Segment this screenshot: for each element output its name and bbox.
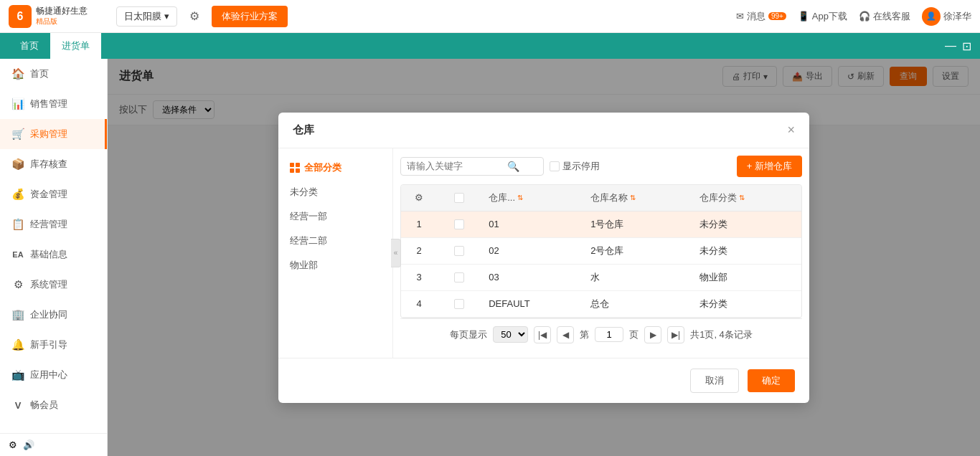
- category-all[interactable]: 全部分类: [278, 156, 392, 180]
- maximize-button[interactable]: ⊡: [962, 39, 971, 53]
- system-icon: ⚙: [11, 278, 24, 291]
- home-icon: 🏠: [11, 67, 24, 80]
- tab-purchase[interactable]: 进货单: [50, 33, 101, 59]
- modal-header: 仓库 ×: [278, 113, 809, 148]
- show-disabled-label[interactable]: 显示停用: [550, 160, 600, 173]
- col-checkbox[interactable]: [437, 185, 481, 212]
- sidebar-item-purchase[interactable]: 🛒 采购管理: [0, 119, 107, 149]
- sidebar-item-home[interactable]: 🏠 首页: [0, 59, 107, 89]
- row-num: 2: [401, 237, 437, 264]
- row-code: 03: [481, 264, 583, 290]
- sidebar-item-system[interactable]: ⚙ 系统管理: [0, 270, 107, 300]
- row-code: 02: [481, 237, 583, 264]
- logo-icon: 6: [9, 5, 32, 28]
- row-num: 1: [401, 211, 437, 237]
- grid-icon: [290, 163, 300, 173]
- table-row[interactable]: 2 02 2号仓库 未分类: [401, 237, 801, 264]
- sidebar-item-inventory[interactable]: 📦 库存核查: [0, 149, 107, 179]
- page-number-input[interactable]: [595, 327, 623, 342]
- service-btn[interactable]: 🎧 在线客服: [859, 10, 910, 23]
- next-page-button[interactable]: ▶: [644, 326, 661, 343]
- warehouse-table: ⚙ 仓库... ⇅: [400, 184, 802, 318]
- sidebar-item-member[interactable]: V 畅会员: [0, 390, 107, 420]
- row-category: 物业部: [692, 264, 801, 290]
- sort-code-icon[interactable]: ⇅: [517, 194, 523, 201]
- sidebar-item-sales[interactable]: 📊 销售管理: [0, 89, 107, 119]
- row-checkbox[interactable]: [437, 290, 481, 317]
- header-mid: ⚙ 体验行业方案: [183, 5, 288, 28]
- message-btn[interactable]: ✉ 消息 99+: [736, 10, 786, 23]
- row-name: 1号仓库: [583, 211, 692, 237]
- modal-close-button[interactable]: ×: [787, 123, 795, 138]
- trial-button[interactable]: 体验行业方案: [212, 6, 288, 27]
- pagination: 每页显示 50 |◀ ◀ 第 页 ▶ ▶| 共1页, 4条记录: [400, 318, 802, 351]
- row-num: 3: [401, 264, 437, 290]
- page-size-select[interactable]: 50: [493, 326, 528, 343]
- sidebar-item-enterprise[interactable]: 🏢 企业协同: [0, 300, 107, 330]
- total-info: 共1页, 4条记录: [690, 328, 753, 341]
- category-dept1[interactable]: 经营一部: [278, 204, 392, 229]
- minimize-button[interactable]: —: [945, 39, 956, 52]
- sort-name-icon[interactable]: ⇅: [630, 194, 636, 201]
- sidebar: 🏠 首页 📊 销售管理 🛒 采购管理 📦 库存核查 💰 资金管理 📋 经营管理 …: [0, 59, 108, 456]
- row-code: DEFAULT: [481, 290, 583, 317]
- row-category: 未分类: [692, 290, 801, 317]
- row-checkbox[interactable]: [437, 237, 481, 264]
- row-name: 总仓: [583, 290, 692, 317]
- search-box: 🔍: [400, 157, 544, 176]
- purchase-icon: 🛒: [11, 128, 24, 141]
- top-header: 6 畅捷通好生意 精品版 日太阳膜 ▾ ⚙ 体验行业方案 ✉ 消息 99+ 📱 …: [0, 0, 980, 33]
- inventory-icon: 📦: [11, 158, 24, 171]
- col-gear[interactable]: ⚙: [401, 185, 437, 212]
- sidebar-bottom: ⚙ 🔊: [0, 433, 107, 456]
- mobile-icon: 📱: [798, 11, 809, 22]
- sidebar-item-app-center[interactable]: 📺 应用中心: [0, 360, 107, 390]
- search-input[interactable]: [407, 161, 507, 171]
- sidebar-item-finance[interactable]: 💰 资金管理: [0, 179, 107, 209]
- modal-title: 仓库: [293, 123, 314, 137]
- volume-icon[interactable]: 🔊: [23, 440, 34, 450]
- sidebar-item-basic-info[interactable]: EA 基础信息: [0, 239, 107, 270]
- app-download-btn[interactable]: 📱 App下载: [798, 10, 847, 23]
- logo-badge: 精品版: [36, 16, 88, 27]
- row-name: 2号仓库: [583, 237, 692, 264]
- table-row[interactable]: 4 DEFAULT 总仓 未分类: [401, 290, 801, 317]
- category-unclassified[interactable]: 未分类: [278, 180, 392, 204]
- collapse-button[interactable]: «: [391, 239, 401, 267]
- modal-toolbar: 🔍 显示停用 + 新增仓库: [400, 156, 802, 177]
- add-warehouse-button[interactable]: + 新增仓库: [737, 156, 802, 177]
- message-icon: ✉: [736, 11, 744, 22]
- member-icon: V: [11, 399, 24, 412]
- logo-text: 畅捷通好生意: [36, 6, 88, 17]
- search-icon[interactable]: 🔍: [507, 161, 519, 172]
- sidebar-item-guide[interactable]: 🔔 新手引导: [0, 330, 107, 360]
- show-disabled-checkbox[interactable]: [550, 161, 560, 171]
- settings-bottom-icon[interactable]: ⚙: [9, 440, 17, 450]
- row-checkbox[interactable]: [437, 264, 481, 290]
- warehouse-modal: 仓库 × 全部分类 未分类: [278, 113, 809, 403]
- main-layout: 🏠 首页 📊 销售管理 🛒 采购管理 📦 库存核查 💰 资金管理 📋 经营管理 …: [0, 59, 980, 456]
- logo-area: 6 畅捷通好生意 精品版: [9, 5, 116, 28]
- guide-icon: 🔔: [11, 338, 24, 351]
- last-page-button[interactable]: ▶|: [667, 326, 684, 343]
- sort-cat-icon[interactable]: ⇅: [739, 194, 745, 201]
- category-dept2[interactable]: 经营二部: [278, 229, 392, 253]
- settings-icon[interactable]: ⚙: [183, 5, 206, 28]
- tab-home[interactable]: 首页: [9, 33, 50, 59]
- sidebar-item-operations[interactable]: 📋 经营管理: [0, 209, 107, 239]
- user-menu[interactable]: 👤 徐泽华: [922, 7, 971, 26]
- cancel-button[interactable]: 取消: [690, 369, 739, 393]
- first-page-button[interactable]: |◀: [534, 326, 551, 343]
- category-property[interactable]: 物业部: [278, 253, 392, 277]
- sales-icon: 📊: [11, 98, 24, 110]
- row-category: 未分类: [692, 211, 801, 237]
- category-panel: 全部分类 未分类 经营一部 经营二部 物业部: [278, 148, 393, 358]
- table-row[interactable]: 3 03 水 物业部: [401, 264, 801, 290]
- store-selector[interactable]: 日太阳膜 ▾: [116, 6, 177, 27]
- row-checkbox[interactable]: [437, 211, 481, 237]
- table-row[interactable]: 1 01 1号仓库 未分类: [401, 211, 801, 237]
- avatar: 👤: [922, 7, 941, 26]
- confirm-button[interactable]: 确定: [748, 369, 795, 392]
- prev-page-button[interactable]: ◀: [557, 326, 574, 343]
- col-category: 仓库分类 ⇅: [692, 185, 801, 212]
